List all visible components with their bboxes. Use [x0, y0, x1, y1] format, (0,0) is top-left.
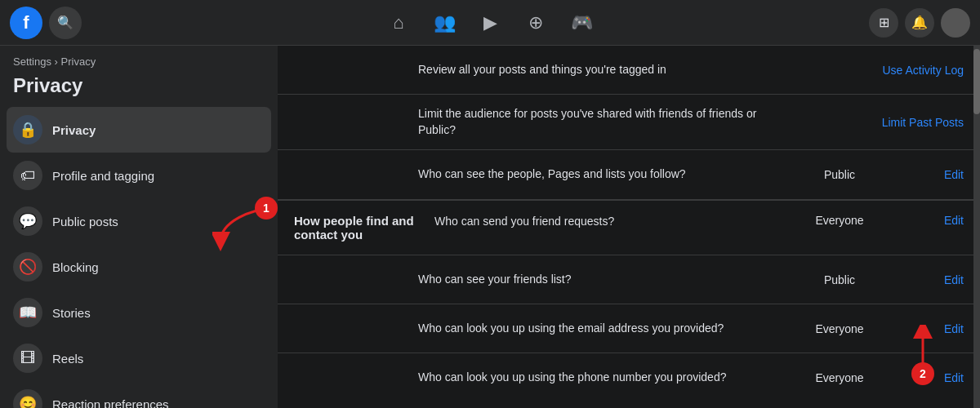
- gaming-icon: 🎮: [571, 12, 593, 33]
- groups-nav-button[interactable]: ⊕: [516, 3, 555, 42]
- grid-icon: ⊞: [879, 15, 889, 30]
- sidebar-item-public-posts[interactable]: 💬 Public posts: [7, 198, 271, 244]
- home-icon: ⌂: [393, 12, 403, 33]
- edit-button[interactable]: Edit: [882, 214, 964, 227]
- speech-icon: 💬: [13, 206, 42, 236]
- section-label: How people find and contact you: [294, 214, 425, 242]
- tag-icon: 🏷: [13, 161, 42, 190]
- topnav-left: f 🔍: [10, 7, 287, 39]
- table-row: Who can see the people, Pages and lists …: [278, 150, 980, 199]
- setting-question: Review all your posts and things you're …: [418, 62, 797, 78]
- table-row: Limit the audience for posts you've shar…: [278, 95, 980, 150]
- setting-question: Who can see the people, Pages and lists …: [418, 166, 797, 183]
- setting-question: Limit the audience for posts you've shar…: [418, 106, 797, 138]
- film-icon: 🎞: [13, 344, 42, 373]
- use-activity-log-button[interactable]: Use Activity Log: [882, 64, 964, 77]
- video-icon: ▶: [483, 12, 497, 33]
- book-icon: 📖: [13, 298, 42, 327]
- sidebar-item-label: Reaction preferences: [52, 397, 169, 409]
- sidebar-item-label: Public posts: [52, 215, 118, 228]
- setting-question: Who can look you up using the email addr…: [418, 321, 797, 337]
- groups-icon: ⊕: [528, 12, 543, 33]
- table-row: Who can see your friends list? Public Ed…: [278, 255, 980, 304]
- sidebar-item-label: Profile and tagging: [52, 169, 154, 183]
- block-icon: 🚫: [13, 252, 42, 282]
- friends-nav-button[interactable]: 👥: [425, 3, 464, 42]
- edit-button[interactable]: Edit: [882, 273, 964, 286]
- sidebar-item-profile-tagging[interactable]: 🏷 Profile and tagging: [7, 153, 271, 198]
- gaming-nav-button[interactable]: 🎮: [562, 3, 601, 42]
- limit-past-posts-button[interactable]: Limit Past Posts: [882, 116, 964, 129]
- edit-button[interactable]: Edit: [882, 371, 964, 384]
- breadcrumb: Settings › Privacy: [7, 55, 271, 71]
- lock-icon: 🔒: [13, 115, 42, 144]
- sidebar-item-label: Blocking: [52, 260, 99, 274]
- sidebar-item-label: Stories: [52, 306, 91, 320]
- setting-value: Everyone: [807, 214, 872, 227]
- setting-question: Who can look you up using the phone numb…: [418, 370, 797, 386]
- table-row: Review all your posts and things you're …: [278, 46, 980, 95]
- grid-menu-button[interactable]: ⊞: [869, 8, 898, 38]
- setting-question: Who can see your friends list?: [418, 272, 797, 288]
- table-row: Who can look you up using the email addr…: [278, 304, 980, 353]
- topnav-right: ⊞ 🔔: [693, 8, 970, 38]
- edit-button[interactable]: Edit: [882, 168, 964, 181]
- sidebar-item-label: Reels: [52, 352, 83, 366]
- top-navigation: f 🔍 ⌂ 👥 ▶ ⊕ 🎮 ⊞ 🔔: [0, 0, 980, 46]
- video-nav-button[interactable]: ▶: [470, 3, 510, 42]
- sidebar-item-stories[interactable]: 📖 Stories: [7, 290, 271, 335]
- home-nav-button[interactable]: ⌂: [379, 3, 418, 42]
- setting-value: Public: [807, 273, 872, 286]
- activity-section: Review all your posts and things you're …: [278, 46, 980, 201]
- notifications-button[interactable]: 🔔: [905, 8, 934, 38]
- find-contact-section: How people find and contact you Who can …: [278, 201, 980, 402]
- table-row: Who can look you up using the phone numb…: [278, 353, 980, 402]
- search-button[interactable]: 🔍: [49, 7, 82, 39]
- edit-button[interactable]: Edit: [882, 322, 964, 335]
- search-icon: 🔍: [57, 15, 74, 30]
- sidebar-item-label: Privacy: [52, 123, 96, 137]
- reaction-icon: 😊: [13, 389, 42, 408]
- page-title: Privacy: [7, 71, 271, 107]
- sidebar-item-reels[interactable]: 🎞 Reels: [7, 335, 271, 381]
- sidebar: Settings › Privacy Privacy 🔒 Privacy 🏷 P…: [0, 46, 278, 408]
- setting-value: Everyone: [807, 371, 872, 384]
- bell-icon: 🔔: [911, 15, 928, 30]
- setting-question: Who can send you friend requests?: [434, 214, 797, 230]
- facebook-logo[interactable]: f: [10, 7, 42, 39]
- sidebar-item-reaction-preferences[interactable]: 😊 Reaction preferences: [7, 381, 271, 408]
- setting-value: Public: [807, 168, 872, 181]
- table-row: How people find and contact you Who can …: [278, 201, 980, 255]
- main-layout: Settings › Privacy Privacy 🔒 Privacy 🏷 P…: [0, 46, 980, 408]
- sidebar-item-privacy[interactable]: 🔒 Privacy: [7, 107, 271, 153]
- sidebar-item-blocking[interactable]: 🚫 Blocking: [7, 244, 271, 290]
- setting-value: Everyone: [807, 322, 872, 335]
- content-area: Review all your posts and things you're …: [278, 46, 980, 408]
- friends-icon: 👥: [434, 12, 456, 33]
- avatar-button[interactable]: [941, 8, 970, 38]
- topnav-center: ⌂ 👥 ▶ ⊕ 🎮: [287, 3, 693, 42]
